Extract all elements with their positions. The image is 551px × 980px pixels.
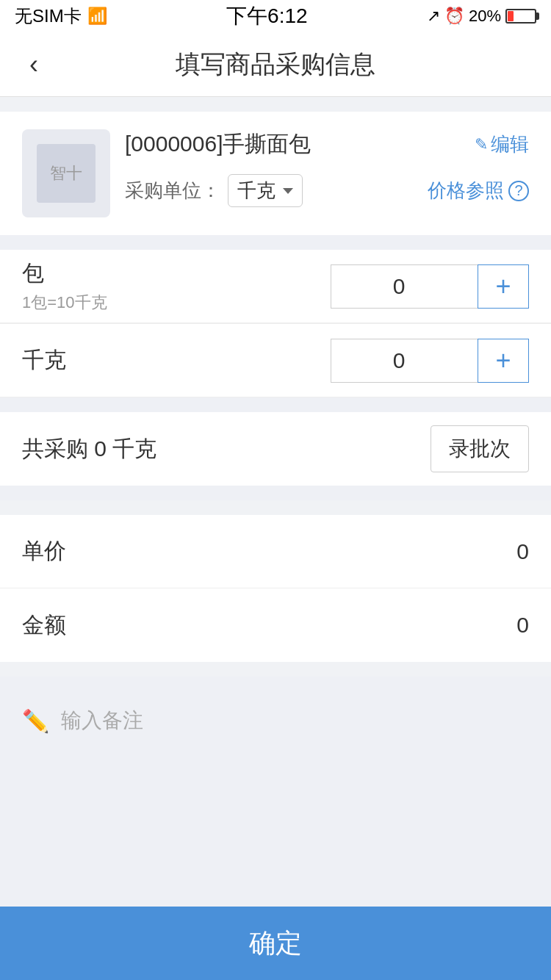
kg-input-control: +: [331, 339, 529, 383]
bao-input-control: +: [331, 264, 529, 309]
carrier-text: 无SIM卡: [15, 4, 82, 28]
product-image: 智十: [22, 129, 110, 217]
info-icon: ?: [508, 181, 529, 201]
kg-input[interactable]: [331, 339, 478, 383]
chevron-down-icon: [283, 188, 293, 194]
kg-label-main: 千克: [22, 345, 140, 375]
amount-row: 金额 0: [0, 588, 551, 662]
bao-input[interactable]: [331, 264, 478, 309]
unit-value: 千克: [237, 178, 276, 203]
unit-price-label: 单价: [22, 536, 66, 566]
summary-row: 共采购 0 千克 录批次: [0, 412, 551, 486]
product-name: [0000006]手撕面包: [125, 129, 311, 159]
edit-button[interactable]: ✎ 编辑: [475, 131, 529, 157]
bao-label-sub: 1包=10千克: [22, 292, 140, 314]
summary-amount: 0: [94, 436, 107, 461]
product-name-row: [0000006]手撕面包 ✎ 编辑: [125, 129, 529, 159]
back-button[interactable]: ‹: [22, 42, 46, 87]
product-info: [0000006]手撕面包 ✎ 编辑 采购单位： 千克 价格参照 ?: [125, 129, 529, 207]
summary-unit: 千克: [112, 436, 156, 461]
bao-plus-button[interactable]: +: [478, 264, 529, 309]
page-title: 填写商品采购信息: [176, 48, 375, 82]
bao-label-main: 包: [22, 259, 140, 289]
product-logo-text: 智十: [50, 162, 82, 184]
alarm-icon: ⏰: [444, 7, 464, 26]
wifi-icon: 📶: [87, 7, 107, 26]
bao-label: 包 1包=10千克: [22, 259, 140, 314]
status-time: 下午6:12: [226, 2, 308, 30]
unit-price-row: 单价 0: [0, 515, 551, 588]
batch-button[interactable]: 录批次: [431, 425, 529, 472]
section-divider-1: [0, 235, 551, 250]
status-bar: 无SIM卡 📶 下午6:12 ↗ ⏰ 20%: [0, 0, 551, 32]
unit-label: 采购单位：: [125, 178, 220, 203]
battery-percentage: 20%: [469, 7, 501, 26]
product-unit-row: 采购单位： 千克 价格参照 ?: [125, 174, 529, 207]
location-icon: ↗: [427, 7, 440, 26]
section-divider-2: [0, 397, 551, 412]
price-ref-button[interactable]: 价格参照 ?: [428, 178, 529, 203]
section-divider-3: [0, 486, 551, 500]
bao-input-row: 包 1包=10千克 +: [0, 250, 551, 323]
info-section: 单价 0 金额 0: [0, 515, 551, 662]
amount-label: 金额: [22, 610, 66, 641]
unit-price-value: 0: [516, 539, 529, 564]
notes-section[interactable]: ✏️ 输入备注: [0, 677, 551, 765]
nav-bar: ‹ 填写商品采购信息: [0, 32, 551, 97]
edit-icon: ✎: [475, 135, 488, 154]
status-right: ↗ ⏰ 20%: [427, 7, 536, 26]
kg-label: 千克: [22, 345, 140, 375]
bao-input-section: 包 1包=10千克 +: [0, 250, 551, 323]
summary-prefix: 共采购: [22, 436, 88, 461]
kg-plus-button[interactable]: +: [478, 339, 529, 383]
amount-value: 0: [516, 613, 529, 638]
kg-input-section: 千克 +: [0, 324, 551, 397]
price-ref-label: 价格参照: [428, 178, 504, 203]
summary-text: 共采购 0 千克: [22, 434, 156, 464]
product-thumbnail: 智十: [37, 144, 96, 203]
battery-icon: [505, 9, 536, 24]
confirm-button[interactable]: 确定: [0, 907, 551, 980]
product-card: 智十 [0000006]手撕面包 ✎ 编辑 采购单位： 千克 价格参照 ?: [0, 112, 551, 235]
kg-input-row: 千克 +: [0, 324, 551, 397]
pencil-icon: ✏️: [22, 708, 49, 734]
notes-placeholder: 输入备注: [61, 707, 143, 735]
edit-label: 编辑: [491, 131, 529, 157]
status-left: 无SIM卡 📶: [15, 4, 107, 28]
unit-select[interactable]: 千克: [228, 174, 303, 207]
